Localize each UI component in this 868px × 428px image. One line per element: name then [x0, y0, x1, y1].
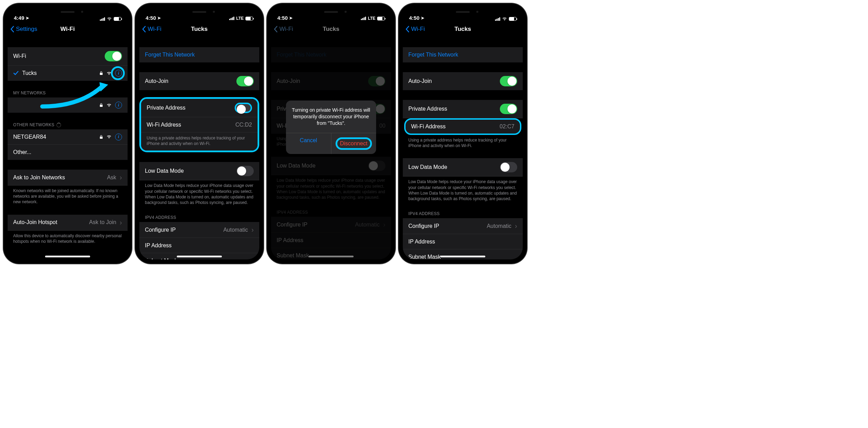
- private-footer: Using a private address helps reduce tra…: [141, 132, 258, 151]
- private-address-toggle[interactable]: [235, 103, 252, 113]
- wifi-icon: [502, 17, 507, 21]
- location-icon: ➤: [289, 16, 293, 20]
- lte-indicator: LTE: [236, 16, 244, 21]
- lte-indicator: LTE: [368, 16, 375, 21]
- connected-network-row[interactable]: Tucks i: [8, 66, 128, 81]
- phone-frame-2: 4:50➤ LTE Wi-Fi Tucks Forget This Networ…: [135, 3, 263, 264]
- autojoin-toggle[interactable]: [500, 76, 517, 86]
- private-address-row[interactable]: Private Address: [141, 99, 258, 117]
- checkmark-icon: [13, 70, 19, 76]
- battery-icon: [509, 17, 517, 21]
- home-indicator[interactable]: [45, 256, 90, 257]
- chevron-right-icon: ›: [120, 219, 122, 226]
- modal-overlay: Turning on private Wi-Fi address will te…: [271, 37, 391, 259]
- forget-network-button[interactable]: Forget This Network: [403, 47, 523, 62]
- low-data-row[interactable]: Low Data Mode: [403, 158, 523, 177]
- other-network-manual[interactable]: Other...: [8, 145, 128, 160]
- wifi-signal-icon: [106, 135, 112, 139]
- status-time: 4:49: [14, 15, 24, 21]
- back-button: Wi-Fi: [274, 26, 293, 33]
- home-indicator[interactable]: [177, 256, 222, 257]
- ask-join-footer: Known networks will be joined automatica…: [8, 186, 128, 205]
- phone-frame-3: 4:50➤ LTE Wi-Fi Tucks Forget This Networ…: [267, 3, 395, 264]
- cellular-signal-icon: [361, 17, 366, 20]
- private-address-toggle[interactable]: [500, 104, 517, 114]
- forget-network-button[interactable]: Forget This Network: [139, 47, 259, 62]
- back-button[interactable]: Settings: [10, 26, 37, 33]
- wifi-toggle-row[interactable]: Wi-Fi: [8, 47, 128, 66]
- low-data-row[interactable]: Low Data Mode: [139, 162, 259, 180]
- wifi-address-label: Wi-Fi Address: [147, 122, 181, 128]
- autojoin-row[interactable]: Auto-Join: [403, 72, 523, 90]
- auto-hotspot-row[interactable]: Auto-Join Hotspot Ask to Join›: [8, 215, 128, 231]
- wifi-signal-icon: [106, 71, 112, 75]
- wifi-address-value: CC:D2: [235, 122, 252, 128]
- phone-frame-4: 4:50➤ Wi-Fi Tucks Forget This Network Au…: [399, 3, 527, 264]
- configure-ip-row[interactable]: Configure IP Automatic›: [139, 222, 259, 238]
- low-data-footer: Low Data Mode helps reduce your iPhone d…: [139, 180, 259, 205]
- ask-join-label: Ask to Join Networks: [13, 174, 65, 181]
- chevron-right-icon: ›: [515, 222, 517, 230]
- location-icon: ➤: [157, 16, 161, 20]
- wifi-toggle[interactable]: [105, 51, 122, 61]
- info-icon[interactable]: i: [115, 134, 122, 140]
- confirmation-modal: Turning on private Wi-Fi address will te…: [286, 101, 376, 154]
- chevron-right-icon: ›: [251, 226, 254, 234]
- page-title: Tucks: [323, 26, 339, 33]
- notch: [40, 8, 95, 16]
- autojoin-row[interactable]: Auto-Join: [139, 72, 259, 90]
- autojoin-label: Auto-Join: [145, 78, 168, 84]
- nav-bar: Wi-Fi Tucks: [139, 22, 259, 37]
- battery-icon: [245, 17, 253, 20]
- low-data-toggle[interactable]: [500, 162, 517, 172]
- wifi-icon: [107, 17, 112, 21]
- status-time: 4:50: [146, 15, 156, 21]
- ipv4-header: IPV4 ADDRESS: [403, 211, 523, 218]
- configure-ip-row[interactable]: Configure IP Automatic›: [403, 218, 523, 234]
- cellular-signal-icon: [100, 17, 105, 21]
- disconnect-button[interactable]: Disconnect: [331, 133, 376, 154]
- nav-bar: Settings Wi-Fi: [8, 22, 128, 37]
- chevron-left-icon: [142, 26, 146, 33]
- back-button[interactable]: Wi-Fi: [406, 26, 425, 33]
- private-address-row[interactable]: Private Address: [403, 100, 523, 118]
- private-footer: Using a private address helps reduce tra…: [403, 135, 523, 148]
- lock-icon: [99, 71, 103, 75]
- status-time: 4:50: [277, 15, 288, 21]
- nav-bar: Wi-Fi Tucks: [271, 22, 391, 37]
- battery-icon: [377, 17, 385, 20]
- home-indicator[interactable]: [440, 256, 485, 257]
- back-label: Wi-Fi: [279, 26, 293, 33]
- cancel-button[interactable]: Cancel: [286, 133, 331, 154]
- modal-message: Turning on private Wi-Fi address will te…: [286, 101, 376, 133]
- annotation-highlight-disconnect: Disconnect: [336, 137, 372, 150]
- wifi-address-row: Wi-Fi Address CC:D2: [141, 117, 258, 132]
- other-networks-header: OTHER NETWORKS: [8, 122, 128, 129]
- low-data-label: Low Data Mode: [145, 168, 184, 174]
- phone-frame-1: 4:49➤ Settings Wi-Fi Wi-Fi: [3, 3, 132, 264]
- ask-join-row[interactable]: Ask to Join Networks Ask›: [8, 170, 128, 186]
- my-network-row[interactable]: i: [8, 97, 128, 113]
- other-label: Other...: [13, 149, 31, 155]
- wifi-signal-icon: [106, 103, 112, 107]
- info-icon[interactable]: i: [115, 70, 122, 77]
- auto-hotspot-label: Auto-Join Hotspot: [13, 219, 57, 225]
- autojoin-toggle[interactable]: [236, 76, 254, 86]
- page-title: Tucks: [191, 26, 208, 33]
- low-data-toggle[interactable]: [236, 166, 254, 176]
- ip-address-row: IP Address: [403, 234, 523, 249]
- spinner-icon: [57, 123, 61, 127]
- network-name: Tucks: [22, 70, 37, 76]
- notch: [435, 8, 491, 16]
- svg-rect-2: [100, 137, 103, 139]
- lock-icon: [99, 103, 103, 107]
- back-button[interactable]: Wi-Fi: [142, 26, 162, 33]
- info-icon[interactable]: i: [115, 102, 122, 109]
- wifi-address-value: 02:C7: [500, 123, 514, 130]
- cellular-signal-icon: [495, 17, 500, 21]
- notch: [303, 8, 359, 16]
- chevron-left-icon: [10, 26, 15, 33]
- other-network-row[interactable]: NETGEAR84 i: [8, 129, 128, 145]
- ip-address-row: IP Address: [139, 238, 259, 253]
- back-label: Wi-Fi: [148, 26, 162, 33]
